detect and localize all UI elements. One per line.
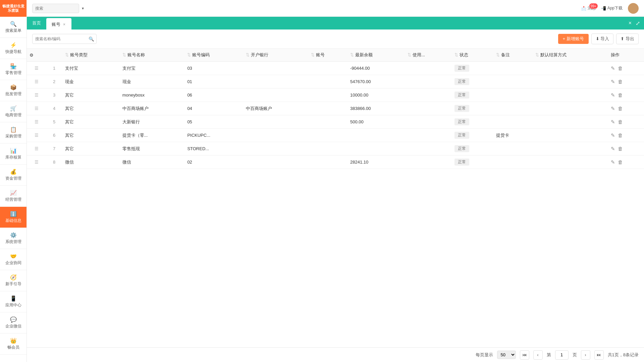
col-settings[interactable]: ⚙: [27, 49, 46, 62]
tab-account[interactable]: 账号×: [46, 18, 71, 31]
sidebar-item-retail[interactable]: 🏪零售管理: [0, 59, 26, 80]
sidebar-item-guide[interactable]: 🧭新手引导: [0, 270, 26, 291]
row-name: 支付宝: [120, 62, 185, 75]
export-button[interactable]: ⬆ 导出: [616, 34, 639, 44]
row-balance: [347, 129, 405, 142]
row-actions: ✎ 🗑: [608, 75, 644, 88]
tab-close-account[interactable]: ×: [62, 21, 66, 27]
sidebar-item-shortcut[interactable]: ⚡快捷导航: [0, 38, 26, 59]
edit-icon[interactable]: ✎: [611, 119, 615, 125]
search-input[interactable]: [33, 37, 86, 41]
edit-icon[interactable]: ✎: [611, 132, 615, 138]
row-remark: [493, 62, 533, 75]
col-name[interactable]: ⇅账号名称: [120, 49, 185, 62]
avatar[interactable]: [628, 3, 639, 14]
delete-icon[interactable]: 🗑: [618, 132, 623, 138]
sidebar-item-wholesale[interactable]: 📦批发管理: [0, 80, 26, 101]
sidebar-item-inventory[interactable]: 📊库存核算: [0, 143, 26, 165]
row-bank: [243, 142, 308, 156]
col-account[interactable]: ⇅账号: [308, 49, 347, 62]
row-remark: [493, 102, 533, 115]
delete-icon[interactable]: 🗑: [618, 106, 623, 111]
delete-icon[interactable]: 🗑: [618, 159, 623, 165]
tab-expand-button[interactable]: ⤢: [634, 19, 641, 28]
sidebar-item-purchase[interactable]: 📋采购管理: [0, 122, 26, 143]
search-label: 搜索菜单: [5, 28, 21, 34]
edit-icon[interactable]: ✎: [611, 65, 615, 71]
row-code: 02: [184, 156, 243, 169]
row-settings[interactable]: ☰: [27, 102, 46, 115]
row-settings[interactable]: ☰: [27, 115, 46, 129]
add-account-button[interactable]: + 新增账号: [558, 34, 589, 44]
row-bank: [243, 156, 308, 169]
row-code: 01: [184, 75, 243, 88]
sidebar-item-search[interactable]: 🔍搜索菜单: [0, 17, 26, 38]
sidebar-item-wechat[interactable]: 💬企业微信: [0, 312, 26, 334]
sidebar-item-contract[interactable]: 🤝企业协同: [0, 249, 26, 270]
delete-icon[interactable]: 🗑: [618, 92, 623, 98]
prev-page-button[interactable]: ‹: [533, 350, 543, 360]
search-icon: 🔍: [10, 21, 17, 27]
col-code[interactable]: ⇅账号编码: [184, 49, 243, 62]
sidebar-item-member[interactable]: 👑畅会员: [0, 334, 26, 355]
edit-icon[interactable]: ✎: [611, 159, 615, 165]
row-index: 6: [46, 129, 62, 142]
row-default-payment: [533, 156, 608, 169]
row-index: 8: [46, 156, 62, 169]
per-page-select[interactable]: 50 20 100: [497, 351, 516, 359]
row-actions: ✎ 🗑: [608, 88, 644, 102]
col-balance[interactable]: ⇅最新余额: [347, 49, 405, 62]
import-button[interactable]: ⬇ 导入: [591, 34, 614, 44]
tab-close-all-button[interactable]: ×: [627, 19, 633, 27]
app-label: App下载: [607, 5, 623, 11]
next-page-button[interactable]: ›: [581, 350, 590, 360]
finance-label: 资金管理: [5, 176, 21, 181]
col-status[interactable]: ⇅状态: [452, 49, 493, 62]
edit-icon[interactable]: ✎: [611, 92, 615, 98]
sidebar-item-finance[interactable]: 💰资金管理: [0, 165, 26, 186]
tabbar: 首页账号× × ⤢: [27, 17, 644, 29]
edit-icon[interactable]: ✎: [611, 146, 615, 152]
sidebar-item-operation[interactable]: 📈经营管理: [0, 186, 26, 207]
delete-icon[interactable]: 🗑: [618, 119, 623, 125]
tab-home[interactable]: 首页: [27, 17, 46, 29]
delete-icon[interactable]: 🗑: [618, 79, 623, 84]
row-usage: [405, 129, 452, 142]
delete-icon[interactable]: 🗑: [618, 146, 623, 152]
table-row: ☰ 8 微信 微信 02 28241.10 正常 ✎ 🗑: [27, 156, 644, 169]
member-label: 畅会员: [7, 345, 19, 350]
sidebar-item-ecommerce[interactable]: 🛒电商管理: [0, 101, 26, 122]
row-account: [308, 88, 347, 102]
col-bank[interactable]: ⇅开户银行: [243, 49, 308, 62]
topbar-dropdown[interactable]: ▾: [82, 6, 84, 11]
table-row: ☰ 7 其它 零售抵现 STORED... 正常 ✎ 🗑: [27, 142, 644, 156]
table-row: ☰ 6 其它 提货卡（零... PICKUPC... 正常 提货卡 ✎ 🗑: [27, 129, 644, 142]
edit-icon[interactable]: ✎: [611, 106, 615, 112]
sidebar-item-basic[interactable]: ℹ️基础信息: [0, 207, 26, 228]
row-index: 5: [46, 115, 62, 129]
row-settings[interactable]: ☰: [27, 156, 46, 169]
table-row: ☰ 2 现金 现金 01 547670.00 正常 ✎ 🗑: [27, 75, 644, 88]
app-download-button[interactable]: 📲 App下载: [601, 5, 623, 11]
col-remark[interactable]: ⇅备注: [493, 49, 533, 62]
row-settings[interactable]: ☰: [27, 142, 46, 156]
col-type[interactable]: ⇅账号类型: [62, 49, 120, 62]
last-page-button[interactable]: ⏭: [594, 350, 604, 360]
row-settings[interactable]: ☰: [27, 62, 46, 75]
page-input[interactable]: [555, 350, 569, 360]
sidebar-item-system[interactable]: ⚙️系统管理: [0, 228, 26, 249]
message-button[interactable]: 📩 消息 99+: [581, 5, 596, 11]
row-type: 其它: [62, 115, 120, 129]
search-button[interactable]: 🔍: [86, 34, 96, 44]
first-page-button[interactable]: ⏮: [520, 350, 529, 360]
edit-icon[interactable]: ✎: [611, 79, 615, 85]
col-usage[interactable]: ⇅使用...: [405, 49, 452, 62]
delete-icon[interactable]: 🗑: [618, 65, 623, 71]
row-status: 正常: [452, 142, 493, 156]
row-settings[interactable]: ☰: [27, 88, 46, 102]
topbar-search-input[interactable]: [32, 4, 79, 13]
sidebar-item-app_center[interactable]: 📱应用中心: [0, 291, 26, 312]
row-settings[interactable]: ☰: [27, 129, 46, 142]
col-default-payment[interactable]: ⇅默认结算方式: [533, 49, 608, 62]
row-settings[interactable]: ☰: [27, 75, 46, 88]
